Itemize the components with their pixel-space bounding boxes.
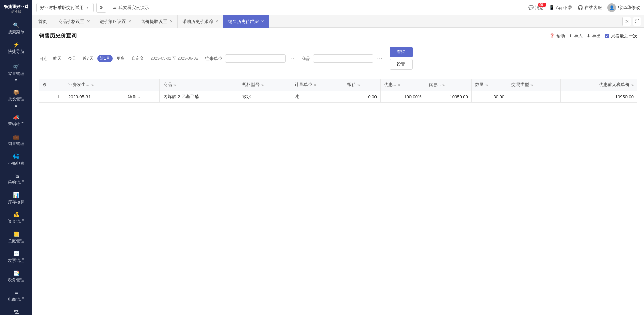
date-btn-more[interactable]: 更多	[114, 55, 128, 62]
sidebar-item-ledger[interactable]: 📒 总账管理	[0, 228, 32, 247]
col-discount1[interactable]: 优惠... ⇅	[380, 79, 425, 91]
sort-icon: ⇅	[530, 83, 533, 87]
sidebar-item-quick-nav[interactable]: ⚡ 快捷导航	[0, 38, 32, 58]
sidebar-item-sales[interactable]: 💼 销售管理	[0, 131, 32, 150]
sidebar-item-purchase[interactable]: 🛍 采购管理	[0, 170, 32, 189]
chevron-down-icon: ▼	[14, 78, 18, 82]
logo-sub: 标准版	[3, 10, 30, 14]
tab-sale-price[interactable]: 售价提取设置 ✕	[136, 15, 178, 28]
col-price[interactable]: 报价 ⇅	[344, 79, 380, 91]
sidebar-item-wholesale[interactable]: 📦 批发管理 ▲	[0, 86, 32, 111]
expand-tab-button[interactable]: ⛶	[633, 17, 641, 26]
col-more[interactable]: ...	[124, 79, 160, 91]
col-product-label: 商品	[163, 82, 172, 88]
date-btn-last1month[interactable]: 近1月	[97, 55, 113, 62]
tab-sales-history-label: 销售历史价跟踪	[228, 19, 259, 25]
tab-purchase-history[interactable]: 采购历史价跟踪 ✕	[178, 15, 223, 28]
close-tab-button[interactable]: ✕	[622, 17, 631, 26]
sidebar-item-label: 搜索菜单	[8, 29, 24, 35]
only-last-checkbox[interactable]: ✓ 只看最后一次	[605, 33, 637, 39]
table-row: 1 2023-05-31 华查... 丙烯酸-2-乙基己酯 散水 吨 0.00 …	[39, 91, 637, 103]
sidebar-item-fixed-assets[interactable]: 🏗 固定资产	[0, 306, 32, 315]
table-header-row: ⚙ 业务发生... ⇅ ...	[39, 79, 637, 91]
sidebar-item-tax[interactable]: 📑 税务管理	[0, 267, 32, 286]
col-unit[interactable]: 计量单位 ⇅	[291, 79, 344, 91]
close-icon[interactable]: ✕	[215, 19, 218, 24]
sidebar-item-capital[interactable]: 💰 资金管理	[0, 208, 32, 228]
cell-biz-date: 2023-05-31	[65, 91, 124, 103]
sidebar-item-marketing[interactable]: 📣 营销推广	[0, 111, 32, 131]
close-icon[interactable]: ✕	[261, 19, 264, 24]
page-header: 销售历史价查询 ❓ 帮助 ⬆ 导入 ⬇ 导出 ✓ 只看最后一次	[32, 28, 644, 43]
tab-sales-history[interactable]: 销售历史价跟踪 ✕	[223, 15, 269, 28]
ecom-icon: 🖥	[14, 290, 19, 295]
col-spec[interactable]: 规格型号 ⇅	[239, 79, 291, 91]
cell-product: 丙烯酸-2-乙基己酯	[160, 91, 239, 103]
sales-icon: 💼	[13, 134, 20, 140]
export-link[interactable]: ⬇ 导出	[587, 33, 601, 39]
date-filter-group: 日期 昨天 今天 近7天 近1月 更多 自定义 2023-05-02 至 202…	[39, 55, 198, 62]
invoice-icon: 🧾	[13, 251, 20, 257]
cell-discount2: 10950.00	[425, 91, 471, 103]
col-trade-type[interactable]: 交易类型 ⇅	[508, 79, 561, 91]
sort-icon: ⇅	[398, 83, 400, 87]
date-btn-yesterday[interactable]: 昨天	[50, 55, 64, 62]
top-bar: 好业财标准版交付试用 ▼ ⚙ ☁ 我要看实例演示 💬 消息 99+ 📱 App下…	[32, 0, 644, 15]
sidebar-item-label: 零售管理	[8, 71, 24, 77]
tab-purchase-strategy[interactable]: 进价策略设置 ✕	[95, 15, 136, 28]
col-settings[interactable]: ⚙	[39, 79, 51, 91]
gear-icon: ⚙	[99, 5, 103, 10]
product-label: 商品	[301, 56, 310, 62]
help-icon: ❓	[549, 33, 555, 38]
product-input[interactable]	[313, 54, 373, 63]
tax-icon: 📑	[13, 270, 20, 276]
date-btn-last7days[interactable]: 近7天	[80, 55, 96, 62]
sidebar-item-invoice[interactable]: 🧾 发票管理	[0, 247, 32, 267]
close-icon[interactable]: ✕	[128, 19, 131, 24]
inventory-icon: 📊	[13, 192, 20, 198]
user-info[interactable]: 👤 徐泽华修改	[607, 3, 640, 12]
col-trade-type-label: 交易类型	[511, 82, 529, 88]
col-product[interactable]: 商品 ⇅	[160, 79, 239, 91]
close-icon[interactable]: ✕	[170, 19, 173, 24]
online-service-button[interactable]: 🎧 在线客服	[578, 5, 602, 11]
sidebar-logo: 畅捷通好业财 标准版	[0, 0, 32, 19]
main-area: 好业财标准版交付试用 ▼ ⚙ ☁ 我要看实例演示 💬 消息 99+ 📱 App下…	[32, 0, 644, 315]
cell-price: 0.00	[344, 91, 380, 103]
sidebar-item-retail[interactable]: 🛒 零售管理 ▼	[0, 61, 32, 86]
sort-icon: ⇅	[442, 83, 445, 87]
date-btn-today[interactable]: 今天	[65, 55, 79, 62]
col-discount2[interactable]: 优惠... ⇅	[425, 79, 471, 91]
source-unit-dots[interactable]: ···	[288, 56, 295, 62]
set-button[interactable]: 设置	[390, 59, 413, 70]
gear-button[interactable]: ⚙	[96, 3, 106, 13]
close-icon[interactable]: ✕	[87, 19, 90, 24]
sidebar-item-xiaochu-ec[interactable]: 🌐 小畅电商	[0, 150, 32, 170]
demo-link[interactable]: ☁ 我要看实例演示	[112, 5, 149, 11]
col-pretax-price[interactable]: 优惠前无税单价 ⇅	[561, 79, 637, 91]
help-link[interactable]: ❓ 帮助	[549, 33, 565, 39]
tab-home-label: 首页	[38, 19, 47, 25]
version-select[interactable]: 好业财标准版交付试用 ▼	[36, 3, 94, 12]
tab-purchase-strategy-label: 进价策略设置	[100, 19, 126, 25]
chevron-up-icon: ▲	[14, 103, 18, 108]
tab-product-price[interactable]: 商品价格设置 ✕	[53, 15, 95, 28]
import-link[interactable]: ⬆ 导入	[569, 33, 583, 39]
version-label: 好业财标准版交付试用	[40, 5, 84, 11]
cloud-icon: ☁	[112, 5, 117, 10]
sidebar-item-label: 总账管理	[8, 238, 24, 244]
query-button[interactable]: 查询	[390, 47, 413, 57]
tab-home[interactable]: 首页	[32, 15, 53, 28]
app-download-button[interactable]: 📱 App下载	[549, 5, 572, 11]
source-unit-input[interactable]	[225, 54, 286, 63]
sidebar-item-inventory[interactable]: 📊 库存核算	[0, 189, 32, 208]
sidebar-item-ecom[interactable]: 🖥 电商管理	[0, 286, 32, 306]
message-button[interactable]: 💬 消息 99+	[528, 5, 544, 11]
date-btn-custom[interactable]: 自定义	[129, 55, 146, 62]
tab-sale-price-label: 售价提取设置	[141, 19, 167, 25]
col-biz-date[interactable]: 业务发生... ⇅	[65, 79, 124, 91]
retail-icon: 🛒	[13, 64, 20, 70]
sidebar-item-search-menu[interactable]: 🔍 搜索菜单	[0, 19, 32, 38]
col-qty[interactable]: 数量 ⇅	[471, 79, 508, 91]
product-dots[interactable]: ···	[376, 56, 383, 62]
